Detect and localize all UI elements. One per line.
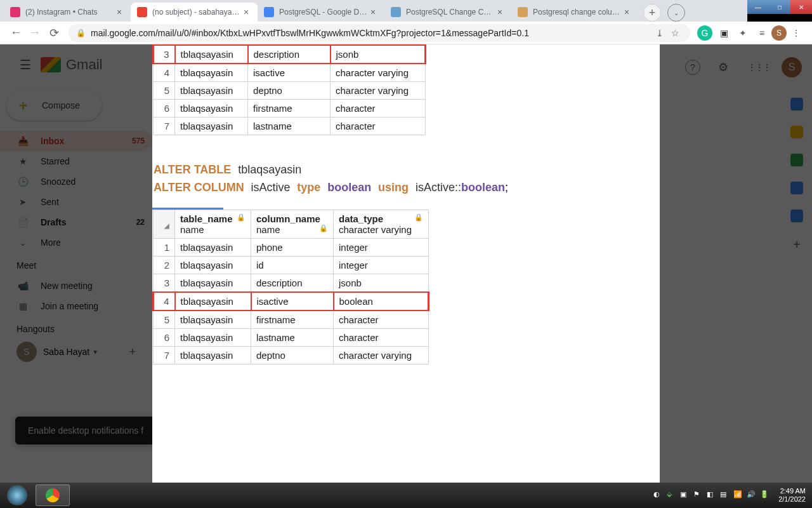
url-field[interactable]: 🔒 mail.google.com/mail/u/0/#inbox/KtbxLw… xyxy=(69,24,690,42)
tab-title: PostgreSQL - Google Docs xyxy=(279,8,368,17)
tab-title: PostgreSQL Change Column xyxy=(406,8,495,17)
reading-list-icon[interactable]: ≡ xyxy=(754,25,769,41)
table-row: 6tblaqsayasinfirstnamecharacter xyxy=(154,100,426,117)
clock-time: 2:49 AM xyxy=(778,487,806,495)
clock[interactable]: 2:49 AM 2/1/2022 xyxy=(778,487,806,504)
nav-back[interactable]: ← xyxy=(6,23,25,43)
browser-tabbar: (2) Instagram • Chats×(no subject) - sab… xyxy=(0,0,747,22)
profile-avatar[interactable]: S xyxy=(771,25,787,41)
network-icon[interactable]: 📶 xyxy=(733,490,743,500)
attachment-viewer: 3tblaqsayasindescriptionjsonb4tblaqsayas… xyxy=(152,44,660,483)
table-row: 7tblaqsayasindeptnocharacter varying xyxy=(154,347,429,364)
tab-title: (2) Instagram • Chats xyxy=(25,8,114,17)
browser-tab[interactable]: Postgresql change column× xyxy=(511,3,638,22)
table-row: 4tblaqsayasinisactivecharacter varying xyxy=(154,64,426,82)
table-header-row: ◢table_name🔒namecolumn_name🔒namedata_typ… xyxy=(154,210,429,239)
table-row: 5tblaqsayasindeptnocharacter varying xyxy=(154,82,426,100)
nav-forward[interactable]: → xyxy=(25,23,44,43)
table-row: 4tblaqsayasinisactiveboolean xyxy=(154,292,429,311)
browser-tab[interactable]: PostgreSQL - Google Docs× xyxy=(258,3,384,22)
table-row: 6tblaqsayasinlastnamecharacter xyxy=(154,329,429,347)
tab-close-icon[interactable]: × xyxy=(241,7,251,17)
tab-favicon xyxy=(264,7,274,17)
windows-taskbar: ◐ ⬙ ▣ ⚑ ◧ ▤ 📶 🔊 🔋 2:49 AM 2/1/2022 xyxy=(0,483,812,508)
tab-close-icon[interactable]: × xyxy=(622,7,632,17)
table-row: 7tblaqsayasinlastnamecharacter xyxy=(154,117,426,135)
tab-title: (no subject) - sabahayatkha xyxy=(152,8,241,17)
tab-close-icon[interactable]: × xyxy=(114,7,124,17)
chrome-icon xyxy=(46,488,60,502)
tab-favicon xyxy=(391,7,401,17)
system-tray: ◐ ⬙ ▣ ⚑ ◧ ▤ 📶 🔊 🔋 2:49 AM 2/1/2022 xyxy=(653,487,812,504)
window-minimize[interactable]: — xyxy=(747,0,769,14)
lock-icon: 🔒 xyxy=(76,29,86,37)
start-orb-icon xyxy=(7,485,27,505)
tray-icon[interactable]: ▣ xyxy=(680,490,690,500)
table-row: 3tblaqsayasindescriptionjsonb xyxy=(154,45,426,64)
tab-favicon xyxy=(137,7,147,17)
clock-date: 2/1/2022 xyxy=(778,495,806,504)
window-maximize[interactable]: □ xyxy=(769,0,790,14)
bookmark-star-icon[interactable]: ☆ xyxy=(667,28,683,38)
volume-icon[interactable]: 🔊 xyxy=(747,490,757,500)
table-row: 3tblaqsayasindescriptionjsonb xyxy=(154,274,429,293)
url-text: mail.google.com/mail/u/0/#inbox/KtbxLwHP… xyxy=(91,28,529,38)
tab-favicon xyxy=(10,7,20,17)
tray-icon[interactable]: ▤ xyxy=(720,490,730,500)
evernote-ext-icon[interactable]: ▣ xyxy=(716,25,731,41)
taskbar-chrome[interactable] xyxy=(36,485,70,506)
battery-icon[interactable]: 🔋 xyxy=(760,490,770,500)
pg-table-before: 3tblaqsayasindescriptionjsonb4tblaqsayas… xyxy=(152,44,426,135)
pg-table-after: ◢table_name🔒namecolumn_name🔒namedata_typ… xyxy=(152,210,429,364)
tab-search-icon[interactable]: ⌄ xyxy=(667,4,685,22)
browser-tab[interactable]: (2) Instagram • Chats× xyxy=(4,3,131,22)
table-row: 1tblaqsayasinphoneinteger xyxy=(154,239,429,257)
sql-code: ALTER TABLE tblaqsayasin ALTER COLUMN is… xyxy=(154,161,660,196)
address-bar: ← → ⟳ 🔒 mail.google.com/mail/u/0/#inbox/… xyxy=(0,22,812,44)
table-row: 5tblaqsayasinfirstnamecharacter xyxy=(154,311,429,329)
chrome-menu-icon[interactable]: ⋮ xyxy=(789,25,804,41)
install-app-icon[interactable]: ⤓ xyxy=(652,28,667,38)
tray-icon[interactable]: ⬙ xyxy=(667,490,677,500)
tray-icon[interactable]: ⚑ xyxy=(693,490,704,500)
tab-favicon xyxy=(518,7,528,17)
tab-title: Postgresql change column xyxy=(533,8,622,17)
tab-close-icon[interactable]: × xyxy=(495,7,505,17)
start-button[interactable] xyxy=(0,483,34,508)
table-row: 2tblaqsayasinidinteger xyxy=(154,257,429,274)
new-tab-button[interactable]: + xyxy=(643,4,661,22)
tray-icon[interactable]: ◧ xyxy=(707,490,717,500)
browser-tab[interactable]: (no subject) - sabahayatkha× xyxy=(131,3,258,22)
window-close[interactable]: ✕ xyxy=(790,0,812,14)
nav-reload[interactable]: ⟳ xyxy=(44,23,63,43)
tray-icon[interactable]: ◐ xyxy=(653,490,664,500)
browser-tab[interactable]: PostgreSQL Change Column× xyxy=(384,3,511,22)
extensions-icon[interactable]: ✦ xyxy=(735,25,750,41)
grammarly-ext-icon[interactable]: G xyxy=(697,25,712,41)
tab-close-icon[interactable]: × xyxy=(368,7,378,17)
